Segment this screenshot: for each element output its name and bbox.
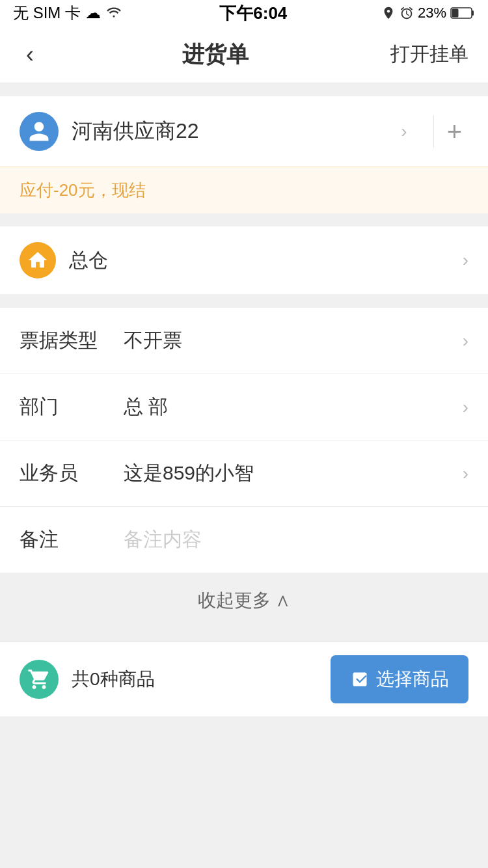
back-button[interactable]: ‹ (20, 34, 40, 75)
product-count: 共0种商品 (72, 667, 331, 692)
invoice-type-label: 票据类型 (20, 327, 124, 354)
supplier-section: 河南供应商22 › + 应付-20元，现结 (0, 96, 488, 213)
notice-bar: 应付-20元，现结 (0, 167, 488, 213)
status-left: 无 SIM 卡 ☁ (13, 3, 126, 23)
divider (433, 115, 434, 148)
supplier-left: 河南供应商22 (20, 112, 401, 151)
cart-icon (27, 668, 51, 691)
form-section: 票据类型 不开票 › 部门 总 部 › 业务员 这是859的小智 › 备注 备注… (0, 308, 488, 573)
remark-label: 备注 (20, 526, 124, 553)
supplier-name: 河南供应商22 (72, 117, 199, 146)
warehouse-icon-wrap (20, 242, 56, 278)
collapse-row[interactable]: 收起更多 ∧ (0, 573, 488, 629)
svg-rect-2 (452, 9, 458, 18)
status-time: 下午6:04 (219, 2, 287, 25)
remark-placeholder: 备注内容 (124, 526, 468, 553)
location-icon (381, 6, 396, 20)
department-chevron-icon: › (463, 397, 468, 418)
salesperson-chevron-icon: › (463, 463, 468, 484)
warehouse-row[interactable]: 总仓 › (0, 226, 488, 295)
status-right: 23% (381, 5, 475, 21)
page-title: 进货单 (182, 40, 249, 70)
product-icon-wrap (20, 660, 59, 699)
battery-icon (450, 7, 475, 20)
notice-text: 应付-20元，现结 (20, 180, 146, 200)
open-pending-button[interactable]: 打开挂单 (390, 41, 468, 68)
section-gap-2 (0, 213, 488, 226)
user-icon (27, 120, 51, 143)
invoice-type-row[interactable]: 票据类型 不开票 › (0, 308, 488, 374)
select-product-icon (350, 670, 370, 688)
battery-percent: 23% (418, 5, 446, 21)
invoice-type-chevron-icon: › (463, 331, 468, 351)
select-product-button[interactable]: 选择商品 (331, 655, 468, 703)
salesperson-label: 业务员 (20, 460, 124, 487)
supplier-row[interactable]: 河南供应商22 › + (0, 96, 488, 167)
add-supplier-button[interactable]: + (441, 117, 468, 146)
section-gap-1 (0, 83, 488, 96)
salesperson-value: 这是859的小智 (124, 460, 463, 487)
alarm-icon (400, 6, 414, 20)
svg-rect-1 (472, 10, 474, 16)
collapse-text: 收起更多 ∧ (198, 590, 291, 610)
remark-row[interactable]: 备注 备注内容 (0, 507, 488, 573)
nav-bar: ‹ 进货单 打开挂单 (0, 26, 488, 83)
sim-label: 无 SIM 卡 ☁ (13, 3, 101, 23)
section-gap-4 (0, 629, 488, 642)
supplier-avatar (20, 112, 59, 151)
warehouse-name: 总仓 (69, 247, 463, 274)
department-label: 部门 (20, 394, 124, 420)
bottom-bar: 共0种商品 选择商品 (0, 642, 488, 716)
warehouse-icon (27, 249, 49, 271)
background-fill (0, 716, 488, 868)
salesperson-row[interactable]: 业务员 这是859的小智 › (0, 441, 488, 507)
invoice-type-value: 不开票 (124, 327, 463, 354)
select-product-label: 选择商品 (376, 667, 449, 692)
department-value: 总 部 (124, 394, 463, 420)
supplier-chevron-icon: › (401, 121, 407, 142)
wifi-icon (106, 6, 126, 20)
section-gap-3 (0, 295, 488, 308)
status-bar: 无 SIM 卡 ☁ 下午6:04 23% (0, 0, 488, 26)
warehouse-chevron-icon: › (463, 250, 468, 271)
department-row[interactable]: 部门 总 部 › (0, 374, 488, 441)
